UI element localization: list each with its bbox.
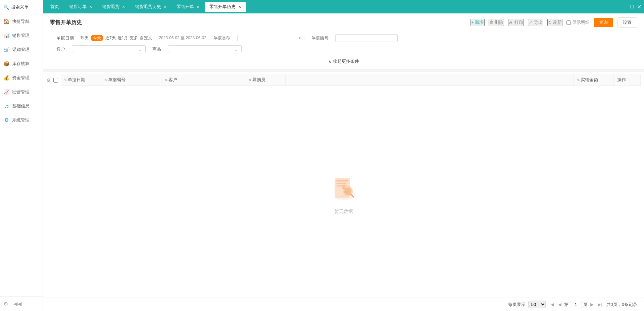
filter-row-1: 单据日期 昨天 今天 近7天 近1月 更多 自定义 2023-06-02 至 2… xyxy=(56,34,631,42)
table-settings-icon[interactable]: ⚙ xyxy=(46,77,51,83)
tab-home-label: 首页 xyxy=(50,4,59,10)
query-button[interactable]: 查询 xyxy=(594,18,613,27)
th-no[interactable]: ⇅ 单据编号 xyxy=(101,74,161,86)
chevron-down-icon: ▼ xyxy=(298,36,301,40)
tab-close-icon[interactable]: ✕ xyxy=(164,5,166,9)
inventory-icon: 📦 xyxy=(3,61,9,67)
today-shortcut[interactable]: 今天 xyxy=(91,35,103,41)
page-input[interactable] xyxy=(570,301,582,308)
date-shortcuts: 昨天 今天 近7天 近1月 更多 自定义 xyxy=(81,35,152,41)
tab-retail-history-label: 零售开单历史 xyxy=(209,4,236,10)
sort-icon: ⇅ xyxy=(165,78,167,82)
page-nav: |◀ ◀ 第 页 ▶ ▶| xyxy=(548,301,604,308)
sidebar-nav: 🏠 快捷导航 📊 销售管理 🛒 采购管理 📦 库存核算 💰 资金管理 📈 经营管… xyxy=(0,14,43,296)
svg-rect-3 xyxy=(336,183,346,184)
last-page-button[interactable]: ▶| xyxy=(596,301,603,308)
bill-no-input[interactable] xyxy=(335,34,398,42)
last-month-shortcut[interactable]: 近1月 xyxy=(118,35,128,41)
page-end-label: 页 xyxy=(583,302,588,308)
sort-icon: ⇅ xyxy=(577,78,580,82)
sys-icon: ⚙ xyxy=(3,117,9,123)
collapse-filters-button[interactable]: ∧ 收起更多条件 xyxy=(56,56,631,66)
goods-input[interactable]: ... xyxy=(168,45,242,53)
bill-type-select[interactable]: ▼ xyxy=(237,35,304,41)
per-page-select[interactable]: 50 100 200 xyxy=(528,301,546,308)
page-summary: 共0页，0条记录 xyxy=(606,302,637,308)
sidebar-footer: ⚙ ◀◀ xyxy=(0,296,43,311)
last7-shortcut[interactable]: 近7天 xyxy=(105,35,116,41)
display-detail-toggle[interactable]: 显示明细 xyxy=(566,19,590,25)
filter-row-2: 客户 ... 商品 ... xyxy=(56,45,631,53)
th-amount[interactable]: ⇅ 实销金额 xyxy=(574,74,614,86)
export-button[interactable]: ↗ 导出 xyxy=(528,19,544,26)
yesterday-shortcut[interactable]: 昨天 xyxy=(81,35,89,41)
sidebar-item-operations[interactable]: 📈 经营管理 xyxy=(0,85,43,99)
sidebar-item-sys-mgmt[interactable]: ⚙ 系统管理 xyxy=(0,113,43,127)
sidebar-item-basic-info[interactable]: 🗂 基础信息 xyxy=(0,99,43,113)
next-page-button[interactable]: ▶ xyxy=(589,301,595,308)
tab-sales-return-history[interactable]: 销货退货历史 ✕ xyxy=(130,2,171,12)
sidebar-item-label: 经营管理 xyxy=(12,89,30,95)
collapse-sidebar-icon[interactable]: ◀◀ xyxy=(13,301,21,307)
sidebar-search[interactable]: 🔍 搜索采单 xyxy=(0,0,43,14)
tab-home[interactable]: 首页 xyxy=(46,2,64,12)
sort-icon: ⇅ xyxy=(104,78,107,82)
search-icon: 🔍 xyxy=(3,4,9,10)
finance-icon: 💰 xyxy=(3,75,9,81)
print-button[interactable]: 🖨 打印 xyxy=(508,19,524,26)
refresh-button[interactable]: ↻ 刷新 xyxy=(547,19,562,26)
sidebar-item-label: 系统管理 xyxy=(12,117,30,123)
bill-no-label: 单据编号 xyxy=(311,35,329,41)
tab-retail-open-label: 零售开单 xyxy=(177,4,194,10)
th-action: 操作 xyxy=(614,74,641,86)
tab-close-icon[interactable]: ✕ xyxy=(197,5,199,9)
new-button[interactable]: + 新增 xyxy=(470,19,484,26)
window-controls: — □ ✕ xyxy=(622,4,641,10)
sidebar-item-sales-mgmt[interactable]: 📊 销售管理 xyxy=(0,29,43,43)
tab-retail-history[interactable]: 零售开单历史 ✕ xyxy=(205,2,246,12)
settings-button[interactable]: 设置 xyxy=(617,17,637,28)
sales-icon: 📊 xyxy=(3,33,9,39)
tab-bar: 首页 销售订单 ✕ 销货退货 ✕ 销货退货历史 ✕ 零售开单 ✕ 零售开单历史 … xyxy=(43,0,644,13)
tab-sales-return-label: 销货退货 xyxy=(102,4,119,10)
collapse-label: 收起更多条件 xyxy=(333,58,359,64)
delete-button[interactable]: 🗑 删除 xyxy=(489,19,504,26)
window-minimize-button[interactable]: — xyxy=(622,4,627,10)
select-all-checkbox[interactable] xyxy=(53,78,58,83)
display-detail-checkbox[interactable] xyxy=(566,20,571,25)
th-guide-label: 导购员 xyxy=(252,77,265,83)
tab-sales-return[interactable]: 销货退货 ✕ xyxy=(97,2,130,12)
home-icon: 🏠 xyxy=(3,18,9,24)
sidebar-item-purchase-mgmt[interactable]: 🛒 采购管理 xyxy=(0,43,43,57)
window-maximize-button[interactable]: □ xyxy=(630,4,634,10)
data-table-area: ⚙ ⇅ 单据日期 ⇅ 单据编号 ⇅ 客户 xyxy=(43,72,644,311)
tab-close-icon[interactable]: ✕ xyxy=(89,5,92,9)
tab-close-icon[interactable]: ✕ xyxy=(238,5,241,9)
prev-page-button[interactable]: ◀ xyxy=(557,301,563,308)
tab-sales-order[interactable]: 销售订单 ✕ xyxy=(64,2,97,12)
date-range-display[interactable]: 2023-06-02 至 2023-06-02 xyxy=(159,35,206,41)
window-close-button[interactable]: ✕ xyxy=(637,4,641,10)
customer-input[interactable]: ... xyxy=(72,45,146,53)
th-date[interactable]: ⇅ 单据日期 xyxy=(61,74,101,86)
date-filter-label: 单据日期 xyxy=(56,35,74,41)
sidebar-item-inventory[interactable]: 📦 库存核算 xyxy=(0,57,43,71)
first-page-button[interactable]: |◀ xyxy=(548,301,555,308)
chevron-up-icon: ∧ xyxy=(328,59,332,64)
custom-shortcut[interactable]: 自定义 xyxy=(140,35,152,41)
tab-retail-open[interactable]: 零售开单 ✕ xyxy=(172,2,204,12)
sidebar-item-quick-nav[interactable]: 🏠 快捷导航 xyxy=(0,14,43,29)
th-no-label: 单据编号 xyxy=(108,77,126,83)
th-customer[interactable]: ⇅ 客户 xyxy=(161,74,245,86)
main-area: 首页 销售订单 ✕ 销货退货 ✕ 销货退货历史 ✕ 零售开单 ✕ 零售开单历史 … xyxy=(43,0,644,311)
table-header: ⇅ 单据日期 ⇅ 单据编号 ⇅ 客户 ⇅ 导购员 xyxy=(61,74,641,86)
goods-dots: ... xyxy=(235,47,239,52)
sidebar-item-finance[interactable]: 💰 资金管理 xyxy=(0,71,43,85)
tab-close-icon[interactable]: ✕ xyxy=(122,5,125,9)
gear-icon[interactable]: ⚙ xyxy=(3,301,8,307)
sidebar-item-label: 快捷导航 xyxy=(12,18,30,24)
th-guide[interactable]: ⇅ 导购员 xyxy=(245,74,286,86)
th-amount-label: 实销金额 xyxy=(581,77,598,83)
empty-text: 暂无数据 xyxy=(334,209,353,215)
more-shortcut[interactable]: 更多 xyxy=(130,35,138,41)
